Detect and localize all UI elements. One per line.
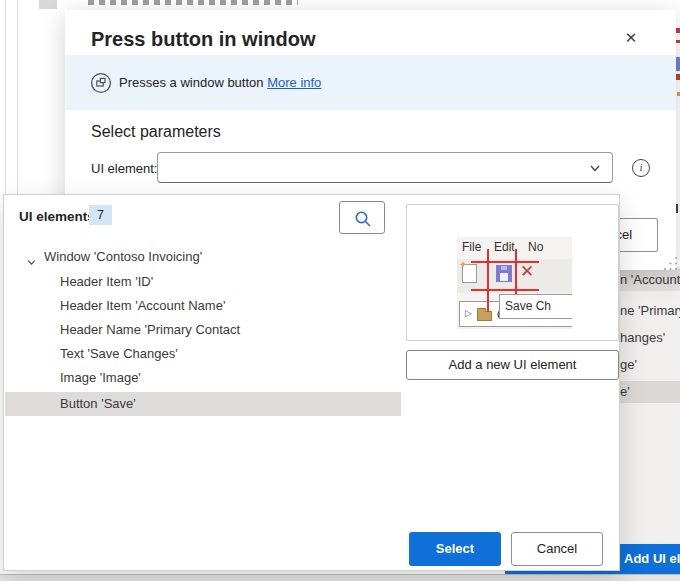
tree-item[interactable]: Image 'Image': [5, 366, 401, 390]
tree-item[interactable]: Header Item 'ID': [5, 270, 401, 294]
crosshair-line: [471, 289, 539, 291]
resize-grip[interactable]: [663, 256, 678, 274]
dialog-title: Press button in window: [91, 28, 315, 51]
ui-element-field-label: UI element:: [91, 161, 157, 176]
background-fragment: [676, 204, 678, 213]
add-new-ui-element-button[interactable]: Add a new UI element: [406, 350, 619, 380]
tree-item-selected[interactable]: Button 'Save': [5, 392, 401, 416]
background-fragment: [39, 0, 57, 9]
element-preview-card: File Edit No ✕ ▷ Office Save Ch: [406, 204, 619, 341]
ui-elements-heading: UI elements: [19, 209, 95, 224]
tree-item-label: Header Item 'ID': [60, 270, 153, 294]
background-fragment: [676, 28, 680, 33]
save-icon: [496, 265, 512, 282]
underlying-ui-elements-pane: n 'Account N ne 'Primary hanges' ge' e': [618, 267, 680, 574]
tree-item-label: Button 'Save': [60, 392, 136, 416]
cancel-button[interactable]: Cancel: [511, 532, 603, 566]
preview-menu-item: No: [528, 240, 543, 258]
preview-tooltip: Save Ch: [499, 294, 572, 319]
close-icon[interactable]: ✕: [617, 24, 645, 52]
tree-item-fragment[interactable]: ge': [618, 354, 680, 376]
background-fragment: [676, 74, 680, 80]
preview-menu-item: Edit: [494, 240, 515, 258]
ui-elements-count-badge: 7: [89, 205, 112, 225]
tree-item-window[interactable]: Window 'Contoso Invoicing': [5, 245, 401, 269]
tree-item-fragment[interactable]: ne 'Primary: [618, 300, 680, 322]
chevron-down-icon: [588, 161, 602, 178]
preview-menu-item: File: [462, 240, 481, 258]
info-icon[interactable]: i: [632, 159, 650, 177]
new-document-icon: [462, 264, 477, 283]
tree-item-label: Window 'Contoso Invoicing': [44, 245, 202, 269]
expander-icon: ▷: [465, 308, 472, 318]
more-info-link[interactable]: More info: [267, 75, 321, 90]
select-button[interactable]: Select: [409, 532, 501, 566]
crosshair-line: [487, 249, 489, 312]
background-divider-line: [17, 0, 18, 194]
tree-item-fragment[interactable]: hanges': [618, 327, 680, 349]
tree-item[interactable]: Header Name 'Primary Contact: [5, 318, 401, 342]
select-parameters-heading: Select parameters: [91, 123, 221, 141]
crosshair-line: [471, 261, 539, 263]
background-bottom-bar: [0, 574, 680, 581]
background-fragment: [676, 40, 680, 43]
action-info-banner: Presses a window button More info: [65, 55, 676, 110]
background-divider-line: [5, 0, 6, 194]
tree-item[interactable]: Header Item 'Account Name': [5, 294, 401, 318]
delete-icon: ✕: [520, 261, 534, 282]
action-description: Presses a window button More info: [119, 75, 321, 90]
tree-item-label: Header Item 'Account Name': [60, 294, 225, 318]
element-preview-image: File Edit No ✕ ▷ Office Save Ch: [457, 237, 572, 329]
tree-item-fragment[interactable]: e': [618, 381, 680, 403]
ui-elements-picker-panel: UI elements 7 Window 'Contoso Invoicing'…: [3, 194, 620, 571]
folder-icon: [477, 311, 492, 321]
tree-item-label: Header Name 'Primary Contact: [60, 318, 240, 342]
background-cropped-text-fragment: [88, 0, 298, 5]
press-button-action-icon: [90, 72, 112, 97]
ui-element-combobox[interactable]: [157, 152, 613, 183]
search-button[interactable]: [339, 201, 385, 234]
add-ui-element-button-label: Add UI ele: [624, 551, 680, 566]
background-fragment: [676, 57, 680, 71]
tree-item[interactable]: Text 'Save Changes': [5, 342, 401, 366]
tree-item-label: Text 'Save Changes': [60, 342, 178, 366]
search-icon: [354, 210, 372, 228]
tree-item-label: Image 'Image': [60, 366, 141, 390]
